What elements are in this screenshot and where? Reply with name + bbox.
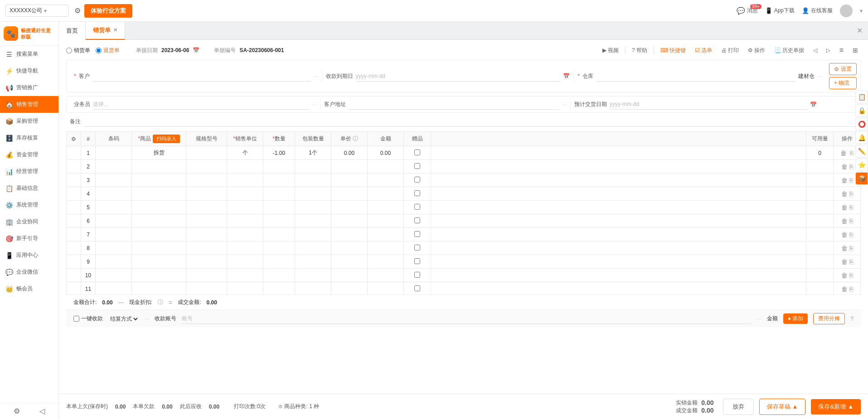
row1-price[interactable]: 0.00 (331, 146, 368, 160)
row1-qty[interactable]: -1.00 (263, 146, 295, 160)
radio-sales-order[interactable]: 销货单 (66, 47, 90, 54)
print-btn[interactable]: 🖨 打印 (718, 46, 742, 55)
avatar[interactable] (840, 5, 853, 17)
delete-icon[interactable]: 🗑 (841, 217, 848, 225)
copy-icon[interactable]: ⎘ (849, 245, 853, 252)
sidebar-item-wechat[interactable]: 💬 企业微信 (0, 264, 58, 280)
discard-btn[interactable]: 放弃 (723, 399, 754, 415)
delete-icon[interactable]: 🗑 (841, 258, 848, 265)
next-btn[interactable]: ▷ (824, 46, 833, 54)
expense-info-icon[interactable]: ? (850, 316, 853, 322)
sidebar-item-marketing[interactable]: 📢 营销推广 (0, 79, 58, 96)
radio-return-order[interactable]: 退货单 (96, 47, 120, 54)
copy-icon[interactable]: ⎘ (849, 177, 853, 184)
delete-icon[interactable]: 🗑 (841, 245, 848, 252)
right-panel-btn-1[interactable]: 📋 (855, 91, 868, 103)
tab-home[interactable]: 首页 (59, 22, 86, 40)
delete-icon[interactable]: 🗑 (841, 190, 848, 197)
delete-icon[interactable]: 🗑 (841, 204, 848, 211)
tab-close-icon[interactable]: ✕ (113, 27, 117, 33)
sidebar-item-guide[interactable]: 🎯 新手引导 (0, 230, 58, 247)
copy-icon[interactable]: ⎘ (849, 285, 853, 293)
select-order-btn[interactable]: ☑ 选单 (692, 46, 715, 55)
right-panel-btn-7[interactable]: 📦 (855, 172, 868, 185)
salesperson-more-btn[interactable]: ··· (312, 101, 316, 108)
sidebar-collapse-btn[interactable]: ◁ (39, 407, 45, 415)
sidebar-item-basic-info[interactable]: 📋 基础信息 (0, 180, 58, 197)
account-more-btn[interactable]: ··· (757, 316, 761, 322)
sidebar-item-inventory[interactable]: 🗄️ 库存核算 (0, 130, 58, 146)
delete-icon[interactable]: 🗑 (841, 177, 848, 184)
messages-btn[interactable]: 💬 消息 99+ (737, 7, 758, 15)
right-panel-btn-5[interactable]: ✏️ (855, 145, 868, 158)
payment-due-input[interactable] (356, 71, 561, 82)
tab-close-all-btn[interactable]: ✕ (851, 26, 868, 35)
app-download-btn[interactable]: 📱 App下载 (765, 7, 795, 14)
row1-pkgqty[interactable]: 1个 (295, 146, 331, 160)
right-panel-btn-3[interactable]: ⭕ (855, 118, 868, 130)
delete-icon[interactable]: 🗑 (840, 149, 847, 157)
sidebar-item-app-center[interactable]: 📱 应用中心 (0, 247, 58, 264)
delivery-date-input[interactable] (610, 99, 807, 110)
tab-sales-order[interactable]: 销货单 ✕ (86, 22, 125, 40)
row1-amount[interactable]: 0.00 (368, 146, 404, 160)
settlement-dots[interactable]: ··· (145, 316, 149, 322)
discount-info-icon[interactable]: ⓘ (158, 299, 163, 306)
salesperson-input[interactable] (93, 99, 309, 110)
account-input[interactable] (182, 313, 752, 324)
list-view-btn[interactable]: ≡ (837, 45, 846, 55)
delete-icon[interactable]: 🗑 (841, 272, 848, 279)
shortcut-btn[interactable]: ⌨ 快捷键 (658, 46, 689, 55)
customer-addr-more-btn[interactable]: ··· (562, 101, 567, 108)
sidebar-item-quick-nav[interactable]: ⚡ 快捷导航 (0, 63, 58, 79)
copy-icon[interactable]: ⎘ (849, 258, 853, 265)
video-btn[interactable]: ▶ 视频 (600, 46, 621, 55)
sidebar-item-purchase[interactable]: 📦 采购管理 (0, 113, 58, 130)
sidebar-item-enterprise[interactable]: 🏢 企业协同 (0, 213, 58, 230)
row1-product[interactable]: 拆货 (132, 146, 186, 160)
operations-btn[interactable]: ⚙ 操作 (745, 46, 768, 55)
col-header-settings[interactable]: ⚙ (67, 132, 81, 146)
copy-icon[interactable]: ⎘ (850, 149, 853, 157)
right-panel-btn-2[interactable]: 🔒 (855, 104, 868, 117)
calendar-icon[interactable]: 📅 (193, 47, 199, 53)
delete-icon[interactable]: 🗑 (841, 285, 848, 293)
copy-icon[interactable]: ⎘ (849, 204, 853, 211)
logistics-btn[interactable]: + 物流 (829, 77, 857, 89)
sidebar-item-system[interactable]: ⚙️ 系统管理 (0, 197, 58, 213)
company-selector[interactable]: XXXXXX公司 ▾ (5, 5, 69, 17)
sidebar-settings-btn[interactable]: ⚙ (14, 407, 20, 415)
warehouse-more-btn[interactable]: ··· (817, 73, 822, 79)
prev-btn[interactable]: ◁ (810, 46, 820, 54)
scan-btn[interactable]: 扫码录入 (153, 135, 180, 143)
save-new-btn[interactable]: 保存&新增 ▲ (811, 399, 861, 414)
settings-btn[interactable]: ⚙ 设置 (829, 63, 857, 75)
grid-view-btn[interactable]: ⊞ (850, 46, 861, 55)
row1-gift[interactable] (404, 146, 431, 160)
sidebar-item-finance[interactable]: 💰 资金管理 (0, 146, 58, 163)
online-service-btn[interactable]: 👤 在线客服 (802, 7, 833, 14)
row1-spec[interactable] (186, 146, 227, 160)
row1-barcode[interactable] (96, 146, 132, 160)
copy-icon[interactable]: ⎘ (849, 217, 853, 225)
save-draft-btn[interactable]: 保存草稿 ▲ (759, 399, 806, 415)
row1-unit[interactable]: 个 (227, 146, 263, 160)
customer-more-btn[interactable]: ··· (314, 73, 318, 79)
right-panel-btn-6[interactable]: ⭐ (855, 159, 868, 171)
sidebar-item-sales[interactable]: 🏠 销售管理 (0, 96, 58, 113)
calendar3-icon[interactable]: 📅 (810, 101, 817, 108)
customer-input[interactable] (92, 71, 311, 82)
delete-icon[interactable]: 🗑 (841, 231, 848, 238)
settlement-method-select[interactable]: 结算方式 (108, 315, 139, 323)
one-click-payment-checkbox[interactable]: 一键收款 (73, 315, 103, 323)
add-payment-btn[interactable]: ● 添加 (783, 313, 808, 324)
expense-split-btn[interactable]: 费用分摊 (813, 313, 845, 324)
history-btn[interactable]: 📃 历史单据 (771, 46, 807, 55)
delete-icon[interactable]: 🗑 (841, 163, 848, 170)
product-types-icon[interactable]: ⊙ (278, 403, 283, 409)
right-panel-btn-4[interactable]: 🔔 (855, 131, 868, 144)
calendar2-icon[interactable]: 📅 (563, 73, 570, 79)
warehouse-input[interactable] (596, 71, 795, 82)
trial-btn[interactable]: 体验行业方案 (84, 4, 132, 18)
settings-gear-btn[interactable]: ⚙ (74, 6, 81, 15)
